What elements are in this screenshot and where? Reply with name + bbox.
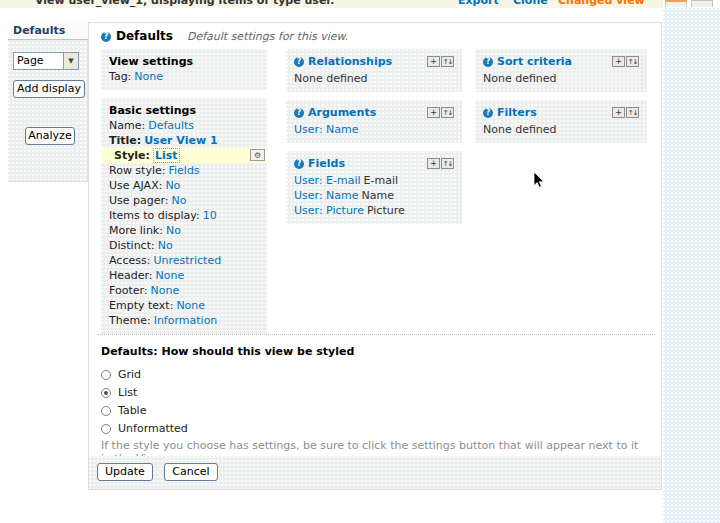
panel-note: Default settings for this view. <box>187 30 348 43</box>
rearrange-arrows-icon[interactable] <box>441 56 454 67</box>
radio-checked-icon[interactable] <box>101 388 111 398</box>
style-option-label: Unformatted <box>118 422 188 435</box>
setting-value-link[interactable]: Unrestricted <box>153 254 221 267</box>
arguments-box: Arguments User: Name <box>286 100 462 143</box>
analyze-button[interactable]: Analyze <box>25 127 75 145</box>
setting-value-link[interactable]: None <box>176 299 205 312</box>
help-icon[interactable] <box>483 108 493 118</box>
plus-icon[interactable] <box>612 56 625 67</box>
field-label-suffix: Name <box>362 189 394 202</box>
rearrange-arrows-icon[interactable] <box>626 56 639 67</box>
setting-label: Name: <box>109 119 145 132</box>
displays-sidebar: Defaults Page Add display Analyze <box>8 22 88 182</box>
fields-box: Fields User: E-mailE-mail User: NameName… <box>286 151 462 224</box>
setting-value-link[interactable]: User View 1 <box>144 134 217 147</box>
view-summary-panel: DefaultsDefault settings for this view. … <box>88 22 662 490</box>
changed-view-notice: Changed view <box>558 0 645 7</box>
style-form-heading: Defaults: How should this view be styled <box>101 345 354 358</box>
setting-row-theme: Theme:Information <box>109 313 259 328</box>
cancel-button[interactable]: Cancel <box>164 463 217 481</box>
chevron-down-icon[interactable] <box>63 53 78 69</box>
update-button[interactable]: Update <box>97 463 153 481</box>
sort-criteria-box: Sort criteria None defined <box>475 49 647 92</box>
field-link[interactable]: User: Picture <box>294 204 364 217</box>
gear-icon[interactable] <box>250 149 265 161</box>
setting-label: Title: <box>109 134 141 147</box>
radio-icon[interactable] <box>101 370 111 380</box>
plus-icon[interactable] <box>427 56 440 67</box>
setting-label: Items to display: <box>109 209 200 222</box>
field-item: User: E-mailE-mail <box>294 173 454 188</box>
setting-value-link[interactable]: None <box>134 70 163 83</box>
setting-label: Row style: <box>109 164 165 177</box>
clone-link[interactable]: Clone <box>513 0 548 7</box>
setting-label: Tag: <box>109 70 131 83</box>
argument-item: User: Name <box>294 122 454 137</box>
setting-value-link[interactable]: None <box>156 269 185 282</box>
window-tab-fragment <box>665 0 687 7</box>
relationships-section-title[interactable]: Relationships <box>308 55 392 68</box>
setting-value-link[interactable]: Information <box>154 314 218 327</box>
arguments-section-title[interactable]: Arguments <box>308 106 376 119</box>
radio-icon[interactable] <box>101 424 111 434</box>
view-settings-box: View settings Tag:None <box>101 49 267 90</box>
plus-icon[interactable] <box>427 107 440 118</box>
field-label-suffix: Picture <box>367 204 405 217</box>
display-type-value: Page <box>14 54 44 67</box>
window-tab-fragment <box>691 0 713 7</box>
setting-row-access: Access:Unrestricted <box>109 253 259 268</box>
help-icon[interactable] <box>294 108 304 118</box>
style-option-table[interactable]: Table <box>101 403 188 421</box>
rearrange-arrows-icon[interactable] <box>441 107 454 118</box>
radio-icon[interactable] <box>101 406 111 416</box>
add-display-button[interactable]: Add display <box>13 80 85 98</box>
fields-section-title[interactable]: Fields <box>308 157 345 170</box>
setting-value-link[interactable]: 10 <box>203 209 217 222</box>
help-icon[interactable] <box>483 57 493 67</box>
export-link[interactable]: Export <box>458 0 499 7</box>
display-type-select[interactable]: Page <box>13 52 79 70</box>
help-icon[interactable] <box>294 57 304 67</box>
rearrange-arrows-icon[interactable] <box>441 158 454 169</box>
setting-value-link[interactable]: Defaults <box>148 119 194 132</box>
setting-row-items-to-display: Items to display:10 <box>109 208 259 223</box>
plus-icon[interactable] <box>612 107 625 118</box>
relationships-box: Relationships None defined <box>286 49 462 92</box>
filters-section-title[interactable]: Filters <box>497 106 537 119</box>
setting-value-link[interactable]: Fields <box>168 164 199 177</box>
field-link[interactable]: User: E-mail <box>294 174 361 187</box>
field-link[interactable]: User: Name <box>294 189 359 202</box>
setting-value-link[interactable]: No <box>172 194 187 207</box>
field-item: User: PicturePicture <box>294 203 454 218</box>
setting-value-link[interactable]: No <box>158 239 173 252</box>
style-option-unformatted[interactable]: Unformatted <box>101 421 188 439</box>
panel-header: DefaultsDefault settings for this view. <box>101 29 348 43</box>
sidebar-tab-defaults[interactable]: Defaults <box>8 22 88 40</box>
help-icon[interactable] <box>101 32 111 42</box>
setting-value-link[interactable]: List <box>153 148 180 163</box>
setting-row-use-ajax: Use AJAX:No <box>109 178 259 193</box>
setting-value-link[interactable]: No <box>165 179 180 192</box>
setting-row-header: Header:None <box>109 268 259 283</box>
plus-icon[interactable] <box>427 158 440 169</box>
rearrange-arrows-icon[interactable] <box>626 107 639 118</box>
setting-row-title: Title:User View 1 <box>109 133 259 148</box>
style-option-list[interactable]: List <box>101 385 188 403</box>
argument-link[interactable]: User: Name <box>294 123 359 136</box>
help-icon[interactable] <box>294 159 304 169</box>
setting-row-name: Name:Defaults <box>109 118 259 133</box>
style-option-grid[interactable]: Grid <box>101 367 188 385</box>
setting-row-use-pager: Use pager:No <box>109 193 259 208</box>
mouse-cursor-icon <box>533 172 545 189</box>
sort-criteria-empty-text: None defined <box>483 71 639 86</box>
setting-row-empty-text: Empty text:None <box>109 298 259 313</box>
setting-label: Theme: <box>109 314 151 327</box>
page-background <box>663 8 720 523</box>
relationships-empty-text: None defined <box>294 71 454 86</box>
filters-box: Filters None defined <box>475 100 647 143</box>
filters-empty-text: None defined <box>483 122 639 137</box>
setting-value-link[interactable]: None <box>151 284 180 297</box>
sort-criteria-section-title[interactable]: Sort criteria <box>497 55 572 68</box>
setting-label: Header: <box>109 269 153 282</box>
setting-value-link[interactable]: No <box>166 224 181 237</box>
